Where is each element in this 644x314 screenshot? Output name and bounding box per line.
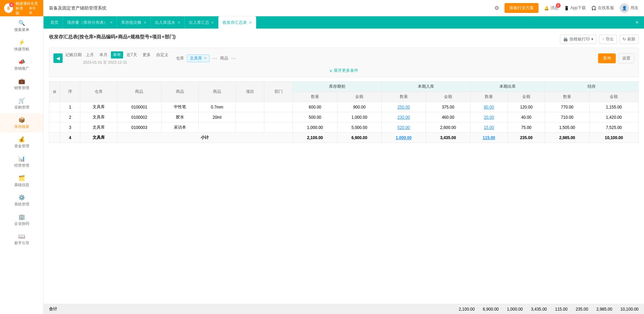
filter-settings-button[interactable]: 设置 — [618, 53, 634, 63]
subtotal-out-qty[interactable]: 115.00 — [470, 133, 508, 143]
row2-project — [236, 112, 264, 122]
sidebar-item-quick[interactable]: ⚡ 快捷导航 — [0, 36, 43, 55]
row1-out-amt: 120.00 — [508, 102, 545, 112]
tab-inout-flow-close[interactable]: × — [177, 20, 180, 25]
row1-open-qty: 600.00 — [293, 102, 337, 112]
row2-out-qty[interactable]: 20.00 — [470, 112, 508, 122]
row2-seq: 2 — [60, 112, 80, 122]
row1-seq: 1 — [60, 102, 80, 112]
row1-out-qty[interactable]: 80.00 — [470, 102, 508, 112]
tab-stock-dist[interactable]: 现存量（库存分布表） × — [63, 16, 117, 29]
tab-inout-flow[interactable]: 出入库流水 × — [151, 16, 184, 29]
logo-icon: 6 6 — [4, 3, 13, 13]
in-amt-header: 金额 — [426, 92, 470, 102]
goods-more[interactable]: ··· — [231, 55, 236, 62]
purchase-icon: 🛒 — [18, 97, 25, 104]
subtotal-out-amt: 235.00 — [508, 133, 545, 143]
date-btn-custom[interactable]: 自定义 — [154, 51, 170, 59]
sidebar-logo: 6 6 畅捷通好生意 标准版 标准版 — [0, 0, 43, 16]
row2-in-qty[interactable]: 230.00 — [381, 112, 426, 122]
sidebar-label-marketing: 营销推广 — [14, 66, 29, 71]
sidebar-item-search[interactable]: 🔍 搜索菜单 — [0, 16, 43, 36]
online-service-item[interactable]: 🎧 在线客服 — [591, 5, 614, 11]
gear-button[interactable]: ⚙ — [494, 5, 499, 11]
date-btn-more[interactable]: 更多 — [141, 51, 153, 59]
total-out-amt: 235.00 — [576, 307, 588, 312]
operation-icon: 📊 — [18, 155, 25, 162]
tab-batch-ledger[interactable]: 库存批次账 × — [117, 16, 151, 29]
print-button[interactable]: 🖨️ 按模板打印 ▾ — [560, 35, 596, 44]
sidebar-item-finance[interactable]: 💰 资金管理 — [0, 133, 43, 152]
row3-seq: 3 — [60, 122, 80, 133]
row3-in-qty[interactable]: 520.00 — [381, 122, 426, 133]
sidebar-item-enterprise[interactable]: 🏢 企业协同 — [0, 210, 43, 230]
app-download-item[interactable]: 📱 App下载 — [564, 5, 586, 11]
user-item[interactable]: 👤 用友 — [620, 3, 639, 13]
row1-in-amt: 375.00 — [426, 102, 470, 112]
row3-code: 0100003 — [117, 122, 161, 133]
date-buttons: 上月 本月 本年 近7天 更多 自定义 — [84, 51, 170, 59]
warehouse-more[interactable]: ··· — [212, 55, 217, 62]
subtotal-in-amt: 3,435.00 — [426, 133, 470, 143]
page-inner: 收发存汇总表(按仓库+商品编码+商品+规格型号+项目+部门) 🖨️ 按模板打印 … — [44, 29, 644, 148]
col-out-header: 本期出库 — [470, 82, 545, 92]
sidebar-label-operation: 经营管理 — [14, 163, 29, 168]
date-btn-this-year[interactable]: 本年 — [111, 51, 123, 59]
warehouse-tag: 文具库 × — [187, 54, 210, 62]
date-btn-7days[interactable]: 近7天 — [125, 51, 139, 59]
row3-name: 采访本 — [162, 122, 198, 133]
expand-conditions[interactable]: ∨ 展开更多条件 — [53, 68, 634, 73]
subtotal-bal-amt: 10,100.00 — [589, 133, 638, 143]
table-row: 3 文具库 0100003 采访本 1,000.00 5,000.00 520.… — [49, 122, 639, 133]
row1-project — [236, 102, 264, 112]
sidebar-item-system[interactable]: ⚙️ 系统管理 — [0, 191, 43, 210]
bal-qty-header: 数量 — [545, 92, 589, 102]
row1-in-qty[interactable]: 250.00 — [381, 102, 426, 112]
sidebar-item-basic[interactable]: 🗂️ 基础信息 — [0, 171, 43, 191]
marketing-icon: 📣 — [18, 59, 25, 65]
row3-out-qty[interactable]: 15.00 — [470, 122, 508, 133]
row1-code: 0100001 — [117, 102, 161, 112]
guide-icon: 📖 — [18, 233, 25, 239]
warehouse-tag-close[interactable]: × — [204, 56, 207, 61]
refresh-button[interactable]: ↻ 刷新 — [620, 35, 639, 44]
tab-home[interactable]: 首页 — [46, 16, 63, 29]
sidebar-item-guide[interactable]: 📖 新手引导 — [0, 230, 43, 249]
export-button[interactable]: ↑ 导出 — [599, 35, 617, 44]
table-settings-header[interactable]: ⚙ — [49, 82, 60, 102]
tab-stock-dist-close[interactable]: × — [110, 20, 113, 25]
print-dropdown-icon: ▾ — [591, 37, 593, 42]
tab-inout-summary[interactable]: 出入库汇总 × — [185, 16, 218, 29]
tab-batch-ledger-close[interactable]: × — [144, 20, 146, 25]
notification-item[interactable]: 🔔 6 消息 — [544, 5, 559, 11]
main-area: 装备及固定资产辅助管理系统 ⚙ 体验行业方案 🔔 6 消息 📱 App下载 🎧 … — [44, 0, 644, 314]
subtotal-warehouse: 文具库 — [80, 133, 117, 143]
date-btn-last-month[interactable]: 上月 — [84, 51, 96, 59]
sidebar-item-purchase[interactable]: 🛒 采购管理 — [0, 94, 43, 113]
row2-dept — [264, 112, 293, 122]
page-title: 收发存汇总表(按仓库+商品编码+商品+规格型号+项目+部门) — [49, 34, 560, 40]
row3-dept — [264, 122, 293, 133]
date-btn-this-month[interactable]: 本月 — [97, 51, 110, 59]
header-icons: 🔔 6 消息 📱 App下载 🎧 在线客服 👤 用友 — [544, 3, 639, 13]
page-actions: 🖨️ 按模板打印 ▾ ↑ 导出 ↻ 刷新 — [560, 35, 639, 44]
expand-icon: ∨ — [329, 68, 332, 73]
query-button[interactable]: 查询 — [598, 53, 616, 63]
tab-recv-send-close[interactable]: × — [249, 20, 252, 25]
quick-icon: ⚡ — [18, 39, 25, 46]
sidebar-item-inventory[interactable]: 📦 库存核算 — [0, 113, 43, 133]
filter-collapse-btn[interactable]: ◀ — [53, 53, 63, 63]
app-download-label: App下载 — [571, 5, 586, 11]
total-label: 合计 — [49, 306, 57, 312]
bell-icon: 🔔 — [544, 6, 549, 11]
sidebar-item-sales[interactable]: 💼 销售管理 — [0, 75, 43, 94]
sidebar-label-inventory: 库存核算 — [14, 124, 29, 129]
sidebar-item-operation[interactable]: 📊 经营管理 — [0, 152, 43, 171]
tab-bar-close[interactable]: × — [633, 19, 641, 26]
try-button[interactable]: 体验行业方案 — [505, 3, 539, 13]
sidebar-item-marketing[interactable]: 📣 营销推广 — [0, 55, 43, 75]
tab-recv-send-summary[interactable]: 收发存汇总表 × — [218, 16, 256, 29]
sidebar: 6 6 畅捷通好生意 标准版 标准版 🔍 搜索菜单 ⚡ 快捷导航 📣 营销推广 … — [0, 0, 44, 314]
subtotal-in-qty[interactable]: 1,000.00 — [381, 133, 426, 143]
tab-inout-summary-close[interactable]: × — [211, 20, 214, 25]
